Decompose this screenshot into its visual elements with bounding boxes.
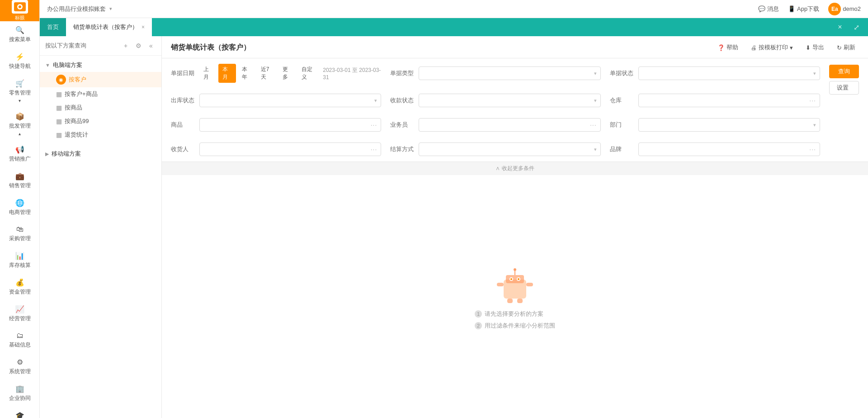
- svg-point-7: [510, 278, 512, 280]
- tree-item-return-stats[interactable]: ▦ 退货统计: [40, 128, 161, 142]
- tree-item-product[interactable]: ▦ 按商品: [40, 101, 161, 114]
- date-tab-more[interactable]: 更多: [278, 64, 296, 83]
- print-button[interactable]: 🖨 按模板打印 ▾: [747, 42, 797, 53]
- sidebar-item-label: 经营管理: [9, 315, 31, 323]
- filter-row-3: 商品 ··· 业务员 ···: [171, 118, 820, 132]
- inventory-icon: 📊: [15, 252, 24, 260]
- order-type-control[interactable]: ▾: [419, 66, 600, 80]
- app-download-button[interactable]: 📱 App下载: [788, 5, 819, 13]
- sidebar-item-retail[interactable]: 🛒 零售管理 ▾: [0, 75, 39, 108]
- order-status-label: 单据状态: [610, 69, 635, 77]
- out-status-control[interactable]: ▾: [199, 94, 381, 107]
- help-button[interactable]: ❓ 帮助: [714, 42, 742, 53]
- sidebar-item-purchase[interactable]: 🛍 采购管理: [0, 221, 39, 247]
- tree-item-icon: ▦: [56, 104, 62, 111]
- sidebar-item-basic[interactable]: 🗂 基础信息: [0, 327, 39, 353]
- sidebar-item-search-menu[interactable]: 🔍 搜索菜单: [0, 21, 39, 48]
- dept-control[interactable]: ▾: [638, 118, 820, 132]
- date-tab-custom[interactable]: 自定义: [297, 64, 319, 83]
- settings-button[interactable]: 设置: [829, 81, 859, 95]
- order-status-control[interactable]: ▾: [638, 66, 820, 80]
- receiver-label: 收货人: [171, 145, 196, 153]
- tab-active[interactable]: 销货单统计表（按客户） ×: [66, 18, 152, 36]
- empty-tip-1: 1 请先选择要分析的方案: [475, 310, 555, 318]
- sidebar-item-enterprise[interactable]: 🏢 企业协同: [0, 380, 39, 407]
- tree-section-mobile: ▶ 移动端方案: [40, 144, 161, 163]
- brand-control[interactable]: ···: [638, 142, 820, 156]
- left-panel: 按以下方案查询 + ⚙ « ▼ 电脑端方案: [40, 36, 162, 418]
- tree-item-customer-product[interactable]: ▦ 按客户+商品: [40, 87, 161, 101]
- sidebar-item-operations[interactable]: 📈 经营管理: [0, 300, 39, 327]
- industry-dropdown-arrow[interactable]: ▾: [109, 6, 112, 12]
- tree-group-desktop[interactable]: ▼ 电脑端方案: [40, 58, 161, 72]
- quick-nav-icon: ⚡: [15, 52, 24, 61]
- tab-maximize-button[interactable]: ⤢: [850, 21, 863, 33]
- sidebar-item-finance[interactable]: 💰 资金管理: [0, 274, 39, 300]
- right-content: 销货单统计表（按客户） ❓ 帮助 🖨 按模板打印 ▾ ⬇: [162, 36, 868, 418]
- search-button[interactable]: 查询: [829, 65, 859, 78]
- svg-rect-11: [497, 283, 504, 286]
- marketing-icon: 📢: [15, 145, 24, 154]
- sidebar-item-inventory[interactable]: 📊 库存核算: [0, 247, 39, 274]
- tab-close-icon[interactable]: ×: [142, 24, 145, 30]
- product-label: 商品: [171, 121, 196, 129]
- tree-item-label: 按商品99: [65, 117, 89, 125]
- date-tab-thisyear[interactable]: 本年: [238, 64, 255, 83]
- chevron-down-icon: ▾: [594, 98, 597, 104]
- enterprise-icon: 🏢: [15, 385, 24, 393]
- operations-icon: 📈: [15, 305, 24, 314]
- download-icon: 📱: [788, 5, 795, 12]
- export-button[interactable]: ⬇ 导出: [802, 42, 828, 53]
- page-title: 销货单统计表（按客户）: [171, 43, 250, 52]
- avatar: Ea: [828, 3, 841, 15]
- sidebar-item-sales[interactable]: 💼 销售管理: [0, 167, 39, 194]
- tree-item-product99[interactable]: ▦ 按商品99: [40, 114, 161, 128]
- sidebar-item-label: 快捷导航: [9, 62, 31, 70]
- receiver-control[interactable]: ···: [199, 142, 381, 156]
- dots-icon: ···: [371, 121, 377, 128]
- pay-status-control[interactable]: ▾: [419, 94, 600, 107]
- panel-add-button[interactable]: +: [121, 41, 131, 51]
- sidebar-item-label: 营销推广: [9, 155, 31, 163]
- empty-tip-2: 2 用过滤条件来缩小分析范围: [475, 322, 555, 330]
- date-tab-thismonth[interactable]: 本月: [218, 64, 236, 83]
- sidebar-item-system[interactable]: ⚙ 系统管理: [0, 353, 39, 380]
- dots-icon: ···: [590, 121, 597, 128]
- date-tab-7days[interactable]: 近7天: [257, 64, 277, 83]
- filter-brand: 品牌 ···: [610, 142, 820, 156]
- sidebar-item-ecommerce[interactable]: 🌐 电商管理: [0, 194, 39, 221]
- tree-item-customer[interactable]: ◉ 按客户: [40, 72, 161, 87]
- payment-control[interactable]: ▾: [419, 142, 600, 156]
- user-menu-button[interactable]: Ea demo2: [828, 3, 861, 15]
- maximize-icon: ⤢: [854, 23, 859, 32]
- collapse-icon: «: [149, 42, 153, 49]
- tree-group-mobile[interactable]: ▶ 移动端方案: [40, 147, 161, 161]
- header-left: 办公用品行业模拟账套 ▾: [47, 5, 112, 13]
- sidebar-item-marketing[interactable]: 📢 营销推广: [0, 141, 39, 167]
- sidebar-item-label: 采购管理: [9, 235, 31, 242]
- tab-home[interactable]: 首页: [40, 18, 66, 36]
- dots-icon: ···: [809, 146, 816, 153]
- sidebar-item-wholesale[interactable]: 📦 批发管理 ▴: [0, 108, 39, 141]
- panel-settings-button[interactable]: ⚙: [133, 41, 143, 51]
- sidebar-item-quick-nav[interactable]: ⚡ 快捷导航: [0, 48, 39, 75]
- staff-control[interactable]: ···: [419, 118, 600, 132]
- collapse-label: ∧ 收起更多条件: [495, 165, 534, 171]
- product-control[interactable]: ···: [199, 118, 381, 132]
- sidebar-item-tutorial[interactable]: 🎓 新手引导: [0, 407, 39, 418]
- message-button[interactable]: 💬 消息: [758, 5, 779, 13]
- panel-collapse-button[interactable]: «: [146, 41, 156, 51]
- date-filter: 上月 本月 本年 近7天 更多 自定义 2023-03-01 至 2023-03…: [199, 64, 381, 83]
- filter-row-2: 出库状态 ▾ 收款状态 ▾: [171, 94, 820, 107]
- collapse-row[interactable]: ∧ 收起更多条件: [162, 162, 868, 175]
- refresh-button[interactable]: ↻ 刷新: [833, 42, 859, 53]
- warehouse-control[interactable]: ···: [638, 94, 820, 107]
- tab-minimize-button[interactable]: ×: [834, 21, 846, 33]
- filter-action-buttons: 查询 设置: [829, 65, 859, 95]
- sidebar-logo[interactable]: 标眼: [0, 0, 39, 21]
- logo-icon: [12, 0, 28, 14]
- svg-point-10: [514, 268, 516, 271]
- chevron-up-icon: ▴: [19, 131, 21, 136]
- sidebar-item-label: 库存核算: [9, 261, 31, 269]
- date-tab-lastmonth[interactable]: 上月: [199, 64, 217, 83]
